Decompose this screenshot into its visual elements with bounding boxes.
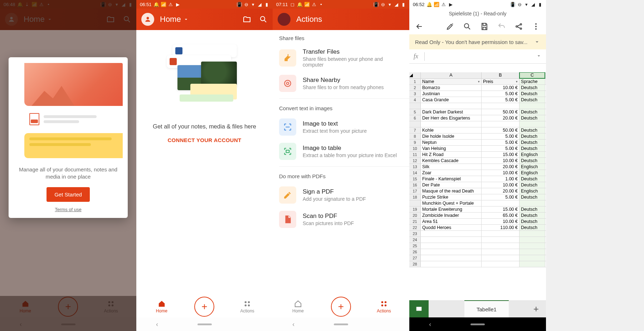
search-icon[interactable] <box>463 22 472 31</box>
action-scan-pdf[interactable]: Scan to PDFScan pictures into PDF <box>273 207 409 232</box>
row-header[interactable]: 6 <box>409 115 421 121</box>
cell[interactable] <box>519 261 545 267</box>
row-header[interactable]: 24 <box>409 237 421 243</box>
cell[interactable]: Van Helsing <box>421 146 482 151</box>
formula-bar[interactable]: fx <box>409 49 546 64</box>
cell[interactable]: Mortale Erweiterung <box>421 206 482 212</box>
cell[interactable] <box>482 231 519 237</box>
row-header[interactable]: 28 <box>409 261 421 267</box>
row-header[interactable]: 5 <box>409 109 421 115</box>
row-header[interactable]: 19 <box>409 206 421 212</box>
cell[interactable]: Der Pate <box>421 182 482 188</box>
folder-icon[interactable] <box>243 15 251 24</box>
cell[interactable]: Englisch <box>519 170 545 176</box>
back-key[interactable]: ‹ <box>156 321 158 328</box>
cell[interactable]: 10.00 € <box>482 182 519 188</box>
cell[interactable]: 20.00 € <box>482 164 519 170</box>
cell[interactable] <box>482 121 519 127</box>
readonly-banner[interactable]: Read Only - You don't have permission to… <box>409 34 546 49</box>
cell[interactable] <box>519 231 545 237</box>
row-header[interactable]: 7 <box>409 127 421 133</box>
row-header[interactable]: 25 <box>409 243 421 249</box>
row-header[interactable]: 21 <box>409 219 421 224</box>
cell[interactable] <box>519 255 545 261</box>
action-image-to-table[interactable]: Image to tableExtract a table from your … <box>273 139 409 164</box>
connect-account-button[interactable]: CONNECT YOUR ACCOUNT <box>167 137 241 143</box>
row-header[interactable]: 17 <box>409 188 421 194</box>
recent-key[interactable] <box>388 321 390 328</box>
cell[interactable] <box>519 243 545 249</box>
cell[interactable]: 10.00 € <box>482 170 519 176</box>
action-image-to-text[interactable]: Image to textExtract text from your pict… <box>273 115 409 139</box>
avatar[interactable] <box>278 13 291 26</box>
cell[interactable]: Deutsch <box>519 158 545 164</box>
cell[interactable]: Deutsch <box>519 109 545 115</box>
recent-key[interactable] <box>251 321 253 328</box>
cell[interactable]: Zombicide Invader <box>421 213 482 218</box>
col-header-a[interactable]: A <box>421 72 482 78</box>
cell[interactable]: 20.00 € <box>482 115 519 121</box>
cell[interactable]: Area 51 <box>421 219 482 224</box>
cell[interactable]: 5.00 € <box>482 146 519 151</box>
cell[interactable]: Kohle <box>421 127 482 133</box>
cell[interactable]: Munchkin Quest + Portale <box>421 200 482 206</box>
cell[interactable]: 5.00 € <box>482 133 519 139</box>
cell[interactable] <box>519 249 545 255</box>
cell[interactable]: Deutsch <box>519 206 545 212</box>
cell[interactable]: Silk <box>421 164 482 170</box>
home-key[interactable] <box>470 323 485 325</box>
cell[interactable]: 50.00 € <box>482 109 519 115</box>
sheets-icon[interactable] <box>409 300 429 317</box>
row-header[interactable] <box>409 200 421 206</box>
row-header[interactable]: 3 <box>409 91 421 97</box>
cell[interactable]: Deutsch <box>519 182 545 188</box>
share-icon[interactable] <box>514 22 523 31</box>
cell[interactable] <box>482 261 519 267</box>
cell[interactable]: Puzzle Strike <box>421 194 482 200</box>
row-header[interactable]: 27 <box>409 255 421 261</box>
cell[interactable]: Deutsch <box>519 219 545 224</box>
cell[interactable] <box>482 200 519 206</box>
col-header-c[interactable]: C <box>519 72 545 78</box>
cell[interactable] <box>421 261 482 267</box>
select-all-corner[interactable]: ◢ <box>409 72 421 78</box>
tab-actions[interactable]: Actions <box>229 300 265 313</box>
cell[interactable]: 20.00 € <box>482 188 519 194</box>
cell[interactable]: Justinian <box>421 91 482 97</box>
cell[interactable]: Deutsch <box>519 97 545 103</box>
action-sign-pdf[interactable]: Sign a PDFAdd your signature to a PDF <box>273 183 409 207</box>
get-started-button[interactable]: Get Started <box>47 187 90 202</box>
sheet-tab[interactable]: Tabelle1 <box>464 300 509 317</box>
row-header[interactable]: 15 <box>409 176 421 182</box>
home-key[interactable] <box>197 323 212 325</box>
cell[interactable] <box>421 103 482 109</box>
cell[interactable] <box>482 255 519 261</box>
search-icon[interactable] <box>259 15 268 24</box>
cell[interactable]: 5.00 € <box>482 194 519 200</box>
col-header-b[interactable]: B <box>482 72 519 78</box>
page-title[interactable]: Home <box>160 15 243 24</box>
add-sheet-button[interactable]: + <box>533 303 539 315</box>
cell[interactable] <box>421 121 482 127</box>
tab-home[interactable]: Home <box>144 300 180 313</box>
cell[interactable]: Casa Grande <box>421 97 482 103</box>
cell[interactable] <box>421 243 482 249</box>
row-header[interactable]: 16 <box>409 182 421 188</box>
cell[interactable]: Zoar <box>421 170 482 176</box>
row-header[interactable]: 1 <box>409 79 421 84</box>
row-header[interactable]: 2 <box>409 85 421 91</box>
cell[interactable] <box>519 121 545 127</box>
cell[interactable]: Name▾ <box>421 79 482 84</box>
cell[interactable] <box>519 200 545 206</box>
action-share-nearby[interactable]: Share NearbyShare files to or from nearb… <box>273 71 409 96</box>
row-header[interactable]: 10 <box>409 146 421 151</box>
cell[interactable] <box>482 249 519 255</box>
cell[interactable]: 5.00 € <box>482 140 519 145</box>
action-transfer-files[interactable]: Transfer FilesShare files between your p… <box>273 45 409 71</box>
cell[interactable] <box>519 237 545 243</box>
cell[interactable]: Englisch <box>519 152 545 157</box>
row-header[interactable]: 4 <box>409 97 421 103</box>
cell[interactable]: Hit Z Road <box>421 152 482 157</box>
cell[interactable]: Preis▾ <box>482 79 519 84</box>
cell[interactable] <box>519 103 545 109</box>
